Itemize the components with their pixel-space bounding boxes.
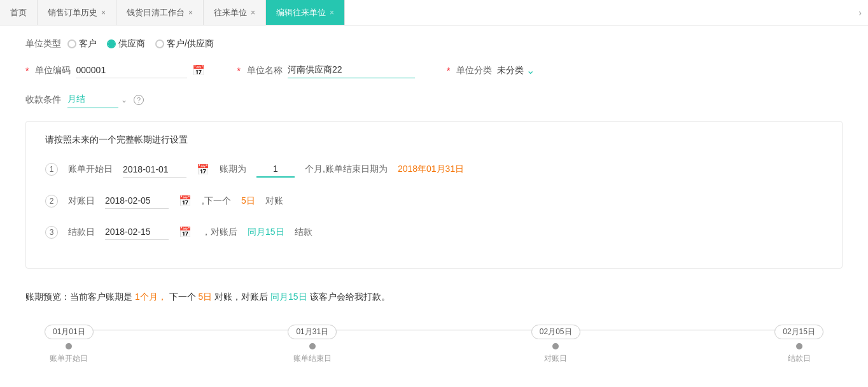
- payment-terms-chevron-icon[interactable]: ⌄: [121, 95, 127, 104]
- timeline-container: 01月01日 账单开始日 01月31日 账单结束日 02月05日: [25, 318, 843, 387]
- unit-code-calendar-icon[interactable]: 📅: [192, 64, 205, 76]
- payment-terms-label: 收款条件: [25, 94, 61, 106]
- unit-category-required: *: [447, 66, 450, 76]
- payment-terms-help-icon[interactable]: ?: [134, 95, 144, 105]
- tab-edit-counterparty-close[interactable]: ×: [330, 8, 334, 17]
- tab-sales-history[interactable]: 销售订单历史 ×: [38, 0, 116, 25]
- unit-type-row: 单位类型 客户 供应商 客户/供应商: [25, 38, 843, 50]
- node-label-4: 结款日: [788, 353, 811, 364]
- unit-code-field: * 单位编码 📅: [25, 62, 205, 78]
- preview-highlight1: 1个月，: [135, 292, 167, 302]
- timeline-nodes: 01月01日 账单开始日 01月31日 账单结束日 02月05日: [45, 325, 823, 364]
- tab-expand-button[interactable]: ›: [852, 0, 868, 25]
- main-content: 单位类型 客户 供应商 客户/供应商 * 单位编码 📅 * 单位名称: [0, 25, 868, 387]
- tab-counterparty-label: 往来单位: [214, 7, 247, 18]
- node-label-1: 账单开始日: [50, 353, 88, 364]
- tab-counterparty[interactable]: 往来单位 ×: [204, 0, 266, 25]
- node-dot-2: [309, 343, 316, 349]
- payment-calendar-icon[interactable]: 📅: [179, 226, 192, 238]
- settings-section: 请按照未来的一个完整帐期进行设置 1 账单开始日 📅 账期为 个月,账单结束日期…: [25, 121, 843, 269]
- radio-customer[interactable]: 客户: [67, 38, 97, 50]
- unit-category-label: 单位分类: [456, 65, 492, 76]
- preview-mid2: 对账，对账后: [214, 292, 268, 302]
- start-date-label: 账单开始日: [68, 164, 113, 175]
- preview-mid1: 下一个: [169, 292, 196, 302]
- row-number-1: 1: [45, 163, 58, 176]
- radio-supplier-label: 供应商: [118, 38, 145, 50]
- reconciliation-calendar-icon[interactable]: 📅: [179, 195, 192, 207]
- preview-text: 账期预览：当前客户账期是 1个月， 下一个 5日 对账，对账后 同月15日 该客…: [25, 292, 843, 303]
- payment-terms-select[interactable]: 月结 ⌄: [67, 91, 127, 108]
- radio-both-circle: [155, 39, 164, 48]
- tab-cashflow-label: 钱货日清工作台: [127, 7, 185, 18]
- tab-home-label: 首页: [10, 7, 27, 18]
- tab-cashflow-close[interactable]: ×: [188, 8, 193, 17]
- unit-name-label: 单位名称: [247, 65, 283, 76]
- payment-prefix: ，对账后: [202, 227, 237, 238]
- radio-supplier[interactable]: 供应商: [107, 38, 145, 50]
- period-unit-label: 个月,账单结束日期为: [305, 164, 388, 175]
- reconciliation-suffix: 对账: [265, 195, 283, 207]
- payment-terms-value: 月结: [67, 91, 118, 108]
- period-value-input[interactable]: [256, 161, 295, 178]
- node-dot-3: [552, 343, 559, 349]
- unit-category-field: * 单位分类 未分类 ⌄: [447, 64, 573, 76]
- node-badge-1: 01月01日: [45, 325, 94, 339]
- payment-highlight: 同月15日: [248, 227, 284, 238]
- unit-type-label: 单位类型: [25, 38, 61, 50]
- row-number-3: 3: [45, 226, 58, 239]
- tab-edit-counterparty-label: 编辑往来单位: [276, 7, 326, 18]
- node-dot-1: [66, 343, 72, 349]
- tab-counterparty-close[interactable]: ×: [251, 8, 255, 17]
- payment-suffix: 结款: [295, 227, 312, 238]
- unit-info-row: * 单位编码 📅 * 单位名称 * 单位分类 未分类 ⌄: [25, 62, 843, 78]
- payment-terms-row: 收款条件 月结 ⌄ ?: [25, 91, 843, 108]
- unit-code-input[interactable]: [76, 62, 187, 78]
- preview-highlight3: 同月15日: [270, 292, 307, 302]
- reconciliation-date-row: 2 对账日 📅 ,下一个 5日 对账: [45, 193, 823, 209]
- radio-both[interactable]: 客户/供应商: [155, 38, 214, 50]
- tab-bar: 首页 销售订单历史 × 钱货日清工作台 × 往来单位 × 编辑往来单位 × ›: [0, 0, 868, 25]
- tab-home[interactable]: 首页: [0, 0, 38, 25]
- reconciliation-label: 对账日: [68, 195, 95, 207]
- unit-name-field: * 单位名称: [237, 62, 414, 78]
- unit-code-required: *: [25, 66, 29, 76]
- unit-type-radio-group: 客户 供应商 客户/供应商: [67, 38, 214, 50]
- node-dot-4: [796, 343, 802, 349]
- tab-edit-counterparty[interactable]: 编辑往来单位 ×: [266, 0, 345, 25]
- start-date-row: 1 账单开始日 📅 账期为 个月,账单结束日期为 2018年01月31日: [45, 161, 823, 178]
- preview-prefix: 账期预览：当前客户账期是: [25, 292, 132, 302]
- timeline-node-2: 01月31日 账单结束日: [288, 325, 337, 364]
- timeline-node-3: 02月05日 对账日: [531, 325, 580, 364]
- node-badge-4: 02月15日: [774, 325, 823, 339]
- node-badge-2: 01月31日: [288, 325, 337, 339]
- tab-sales-history-close[interactable]: ×: [101, 8, 106, 17]
- start-date-input[interactable]: [123, 162, 186, 178]
- radio-customer-circle: [67, 39, 76, 48]
- unit-name-input[interactable]: [288, 62, 415, 78]
- reconciliation-date-input[interactable]: [105, 193, 169, 209]
- unit-category-value: 未分类: [497, 65, 524, 76]
- unit-category-dropdown[interactable]: 未分类 ⌄: [497, 64, 573, 76]
- payment-date-input[interactable]: [105, 224, 169, 240]
- section-title: 请按照未来的一个完整帐期进行设置: [45, 134, 823, 146]
- node-badge-3: 02月05日: [531, 325, 580, 339]
- radio-both-label: 客户/供应商: [167, 38, 214, 50]
- timeline-node-4: 02月15日 结款日: [774, 325, 823, 364]
- node-label-2: 账单结束日: [293, 353, 332, 364]
- preview-highlight2: 5日: [198, 292, 212, 302]
- timeline-node-1: 01月01日 账单开始日: [45, 325, 94, 364]
- unit-code-label: 单位编码: [35, 65, 71, 76]
- unit-name-required: *: [237, 66, 240, 76]
- tab-sales-history-label: 销售订单历史: [48, 7, 97, 18]
- reconciliation-highlight: 5日: [241, 195, 255, 207]
- radio-customer-label: 客户: [79, 38, 97, 50]
- row-number-2: 2: [45, 195, 58, 208]
- unit-category-chevron-icon[interactable]: ⌄: [526, 64, 535, 76]
- payment-date-row: 3 结款日 📅 ，对账后 同月15日 结款: [45, 224, 823, 240]
- tab-cashflow[interactable]: 钱货日清工作台 ×: [116, 0, 204, 25]
- preview-suffix: 该客户会给我打款。: [310, 292, 390, 302]
- start-date-calendar-icon[interactable]: 📅: [197, 164, 209, 176]
- period-end-date: 2018年01月31日: [398, 164, 464, 175]
- radio-supplier-circle: [107, 39, 116, 48]
